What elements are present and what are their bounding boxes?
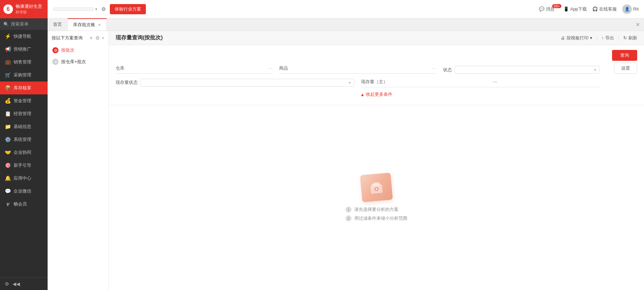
plan-item-by-warehouse-batch[interactable]: ⊙ 按仓库+批次 xyxy=(48,56,108,68)
hint-1: 1 请先选择要分析的方案 xyxy=(345,206,407,213)
page-header-actions: 🖨 按模板打印 ▾ | ↑ 导出 | ↻ 刷新 xyxy=(561,35,637,41)
product-dots[interactable]: ··· xyxy=(433,66,436,71)
hint-num-2: 2 xyxy=(345,215,352,221)
left-panel-settings-icon[interactable]: ⊙ xyxy=(96,35,100,41)
topbar-search-box[interactable] xyxy=(53,7,94,11)
empty-state: 1 请先选择要分析的方案 2 用过滤条件来缩小分析范围 xyxy=(109,105,644,290)
sidebar-item-quick-nav[interactable]: ⚡ 快捷导航 xyxy=(0,30,48,43)
inventory-status-arrow-icon: ▾ xyxy=(349,81,351,85)
product-input[interactable] xyxy=(291,64,431,72)
app-download-label: App下载 xyxy=(570,6,587,12)
system-icon: ⚙️ xyxy=(5,137,11,143)
sidebar-item-label: 系统管理 xyxy=(14,137,31,143)
content-area: 按以下方案查询 ＋ ⊙ « ⊙ 按批次 ⊙ 按仓库+批次 现存量查询(按批次) xyxy=(48,31,644,290)
sidebar-nav: ⚡ 快捷导航 📢 营销推广 💼 销售管理 🛒 采购管理 📦 库存核算 💰 资金管… xyxy=(0,30,48,277)
sidebar-version: 标准版 xyxy=(16,10,42,15)
refresh-btn[interactable]: ↻ 刷新 xyxy=(623,35,637,41)
inventory-icon: 📦 xyxy=(5,85,11,91)
left-panel-header: 按以下方案查询 ＋ ⊙ « xyxy=(48,35,108,44)
sidebar-item-basic[interactable]: 📁 基础信息 xyxy=(0,120,48,133)
sidebar-item-label: 采购管理 xyxy=(14,72,31,78)
query-button[interactable]: 查询 xyxy=(612,50,637,61)
page-header: 现存量查询(按批次) 🖨 按模板打印 ▾ | ↑ 导出 | ↻ xyxy=(109,31,644,45)
sidebar-app-name: 畅康通好生意 xyxy=(16,4,42,10)
marketing-icon: 📢 xyxy=(5,46,11,52)
plan-item-by-batch[interactable]: ⊙ 按批次 xyxy=(48,44,108,56)
status-dropdown[interactable]: ▾ xyxy=(455,66,600,74)
inventory-qty-label: 现存量（主） xyxy=(361,79,388,85)
newbie-icon: 🎯 xyxy=(5,162,11,168)
sidebar-item-system[interactable]: ⚙️ 系统管理 xyxy=(0,133,48,146)
topbar-actions: 💬 消息 99+ 📱 App下载 🎧 在线客服 👤 Rit xyxy=(539,4,639,14)
sidebar-item-apps[interactable]: 🔔 应用中心 xyxy=(0,172,48,185)
plan-label-warehouse-batch: 按仓库+批次 xyxy=(61,59,86,65)
topbar-app-download[interactable]: 📱 App下载 xyxy=(563,6,587,12)
sidebar-item-label: 库存核算 xyxy=(14,85,31,91)
warehouse-dots[interactable]: ··· xyxy=(269,66,272,71)
print-btn[interactable]: 🖨 按模板打印 ▾ xyxy=(561,35,592,41)
inventory-qty-max-input[interactable] xyxy=(500,78,600,86)
quick-nav-icon: ⚡ xyxy=(5,33,11,39)
trial-btn[interactable]: 体验行业方案 xyxy=(110,4,146,14)
query-btn-col: 查询 设置 xyxy=(607,50,637,74)
sidebar-item-member[interactable]: V 畅会员 xyxy=(0,198,48,211)
topbar-msg[interactable]: 💬 消息 99+ xyxy=(539,6,558,12)
sidebar: 6 畅康通好生意 标准版 🔍 搜索菜单 ⚡ 快捷导航 📢 营销推广 💼 销售管理… xyxy=(0,0,48,290)
settings-footer-icon[interactable]: ⚙ xyxy=(5,281,9,287)
service-icon: 🎧 xyxy=(592,6,598,12)
page-title: 现存量查询(按批次) xyxy=(116,34,163,41)
hint-text-1: 请先选择要分析的方案 xyxy=(354,206,399,213)
sidebar-item-ops[interactable]: 📋 经营管理 xyxy=(0,107,48,120)
tab-close-icon[interactable]: ✕ xyxy=(98,23,101,27)
empty-box-icon xyxy=(360,173,393,202)
warehouse-input[interactable] xyxy=(127,64,267,72)
avatar: 👤 xyxy=(622,4,632,14)
qty-dash: — xyxy=(493,79,497,84)
topbar-chevron-icon[interactable]: ▾ xyxy=(95,7,97,12)
apps-icon: 🔔 xyxy=(5,175,11,181)
product-label: 商品 xyxy=(279,65,288,71)
search-icon: 🔍 xyxy=(3,22,9,27)
sidebar-header: 6 畅康通好生意 标准版 xyxy=(0,0,48,18)
tab-close-panel-icon[interactable]: ✕ xyxy=(631,21,644,28)
print-arrow-icon[interactable]: ▾ xyxy=(590,35,592,40)
sidebar-item-label: 企业协同 xyxy=(14,149,31,156)
sidebar-item-weixin[interactable]: 💬 企业微信 xyxy=(0,185,48,198)
sidebar-item-newbie[interactable]: 🎯 新手引导 xyxy=(0,159,48,172)
topbar-online-service[interactable]: 🎧 在线客服 xyxy=(592,6,617,12)
sidebar-item-sales[interactable]: 💼 销售管理 xyxy=(0,56,48,69)
plan-icon-batch: ⊙ xyxy=(52,47,58,53)
collapse-label: 收起更多条件 xyxy=(366,91,392,97)
hint-text-2: 用过滤条件来缩小分析范围 xyxy=(354,215,407,221)
left-panel-title: 按以下方案查询 xyxy=(52,35,83,41)
left-panel-add-icon[interactable]: ＋ xyxy=(89,35,94,41)
sales-icon: 💼 xyxy=(5,59,11,65)
online-service-label: 在线客服 xyxy=(599,6,617,12)
sidebar-search-label: 搜索菜单 xyxy=(11,21,29,27)
sidebar-logo: 6 xyxy=(3,4,13,14)
inventory-qty-min-input[interactable] xyxy=(390,78,490,86)
member-icon: V xyxy=(5,202,11,207)
tab-batch-account[interactable]: 库存批次账 ✕ xyxy=(68,18,107,31)
collapse-bar[interactable]: ▲ 收起更多条件 xyxy=(116,89,637,100)
filter-area: 仓库 ··· 商品 ··· 状态 ▾ xyxy=(109,45,644,105)
collapse-sidebar-icon[interactable]: ◀◀ xyxy=(13,281,20,287)
settings-button[interactable]: 设置 xyxy=(614,63,637,74)
sidebar-item-purchase[interactable]: 🛒 采购管理 xyxy=(0,69,48,81)
print-label: 按模板打印 xyxy=(566,35,589,41)
sidebar-item-corp[interactable]: 🤝 企业协同 xyxy=(0,146,48,159)
left-panel-collapse-icon[interactable]: « xyxy=(102,35,104,41)
sidebar-item-finance[interactable]: 💰 资金管理 xyxy=(0,94,48,107)
sidebar-item-label: 应用中心 xyxy=(14,175,31,181)
sidebar-search[interactable]: 🔍 搜索菜单 xyxy=(0,18,48,30)
inventory-status-dropdown[interactable]: ▾ xyxy=(140,79,354,87)
sidebar-item-marketing[interactable]: 📢 营销推广 xyxy=(0,43,48,56)
topbar-user[interactable]: 👤 Rit xyxy=(622,4,639,14)
empty-state-hints: 1 请先选择要分析的方案 2 用过滤条件来缩小分析范围 xyxy=(345,206,407,221)
export-btn[interactable]: ↑ 导出 xyxy=(601,35,614,41)
hint-2: 2 用过滤条件来缩小分析范围 xyxy=(345,215,407,221)
sidebar-item-inventory[interactable]: 📦 库存核算 xyxy=(0,81,48,94)
topbar-gear-icon[interactable]: ⚙ xyxy=(101,6,106,12)
tab-home[interactable]: 首页 xyxy=(48,19,68,30)
weixin-icon: 💬 xyxy=(5,188,11,194)
